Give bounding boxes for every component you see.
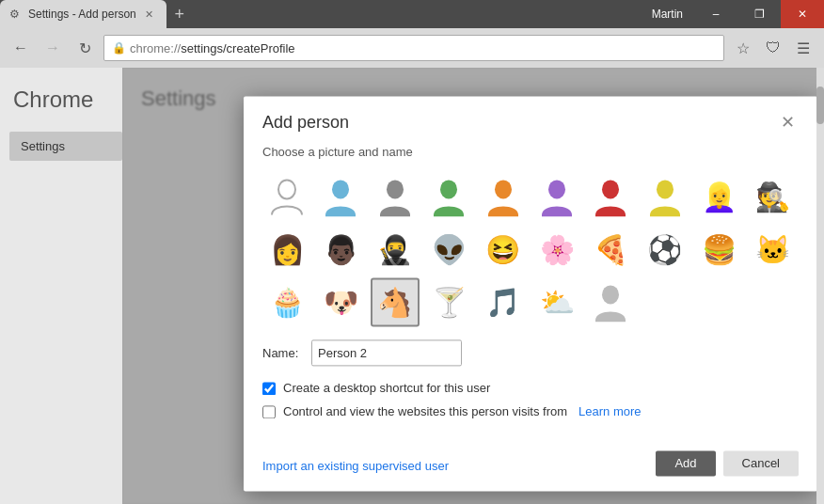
avatar-item-14[interactable]: 😆 [479, 225, 528, 274]
avatar-item-13[interactable]: 👽 [424, 225, 473, 274]
scrollbar[interactable] [816, 68, 824, 504]
avatar-item-15[interactable]: 🌸 [532, 225, 581, 274]
dialog-header: Add person ✕ [244, 96, 817, 145]
avatar-item-0[interactable] [262, 172, 311, 221]
avatar-item-1[interactable] [316, 172, 365, 221]
avatar-item-24[interactable]: 🎵 [479, 277, 528, 326]
avatar-item-16[interactable]: 🍕 [586, 225, 635, 274]
desktop-shortcut-checkbox[interactable] [262, 382, 276, 395]
svg-point-6 [602, 180, 619, 198]
avatar-item-19[interactable]: 🐱 [749, 225, 798, 274]
avatar-grid: 👱‍♀️ 🕵️ 👩 👨🏿 🥷 👽 😆 🌸 🍕 ⚽ 🍔 🐱 🧁 🐶 [262, 172, 799, 326]
sidebar-logo: Chrome [9, 87, 122, 113]
avatar-item-22[interactable]: 🐴 [371, 277, 420, 326]
dialog-subtitle: Choose a picture and name [262, 145, 799, 159]
add-person-dialog: Add person ✕ Choose a picture and name [244, 96, 817, 491]
tab-favicon-icon: ⚙ [9, 8, 23, 21]
minimize-button[interactable]: – [694, 0, 737, 28]
title-bar-left: ⚙ Settings - Add person ✕ + [0, 0, 193, 28]
dialog-footer: Import an existing supervised user Add C… [244, 443, 817, 491]
forward-button[interactable]: → [40, 35, 66, 61]
close-button[interactable]: ✕ [781, 0, 824, 28]
svg-point-5 [548, 180, 565, 198]
learn-more-link[interactable]: Learn more [578, 404, 641, 418]
sidebar: Chrome Settings [0, 68, 122, 504]
new-tab-button[interactable]: + [166, 1, 193, 27]
supervised-user-label: Control and view the websites this perso… [283, 404, 567, 418]
checkbox1-row: Create a desktop shortcut for this user [262, 381, 799, 395]
dialog-close-button[interactable]: ✕ [776, 111, 799, 134]
address-actions: ☆ 🛡 ☰ [730, 35, 816, 61]
page-area: Settings Add person ✕ Choose a picture a… [122, 68, 824, 504]
avatar-item-5[interactable] [532, 172, 581, 221]
svg-point-1 [332, 180, 349, 198]
avatar-item-9[interactable]: 🕵️ [749, 172, 798, 221]
avatar-item-8[interactable]: 👱‍♀️ [694, 172, 743, 221]
import-supervised-link[interactable]: Import an existing supervised user [262, 459, 449, 473]
name-row: Name: [262, 339, 799, 366]
scroll-thumb[interactable] [816, 87, 824, 124]
avatar-item-18[interactable]: 🍔 [694, 225, 743, 274]
footer-right: Add Cancel [656, 450, 799, 476]
svg-point-3 [440, 180, 457, 198]
extensions-button[interactable]: 🛡 [760, 35, 786, 61]
title-bar-right: Martin – ❐ ✕ [641, 0, 824, 28]
user-name-label: Martin [641, 8, 694, 21]
svg-point-4 [495, 180, 512, 198]
dialog-body: Choose a picture and name [244, 145, 817, 443]
active-tab[interactable]: ⚙ Settings - Add person ✕ [0, 0, 166, 28]
avatar-item-10[interactable]: 👩 [262, 225, 311, 274]
title-bar: ⚙ Settings - Add person ✕ + Martin – ❐ ✕ [0, 0, 824, 28]
svg-point-2 [387, 180, 404, 198]
tab-close-button[interactable]: ✕ [142, 7, 157, 22]
back-button[interactable]: ← [8, 35, 34, 61]
avatar-item-20[interactable]: 🧁 [262, 277, 311, 326]
bookmark-button[interactable]: ☆ [730, 35, 756, 61]
svg-point-8 [602, 285, 619, 304]
restore-button[interactable]: ❐ [737, 0, 781, 28]
avatar-item-21[interactable]: 🐶 [316, 277, 365, 326]
address-bar: ← → ↻ 🔒 chrome://settings/createProfile … [0, 28, 824, 68]
footer-left: Import an existing supervised user [262, 453, 449, 473]
omnibox[interactable]: 🔒 chrome://settings/createProfile [103, 35, 724, 61]
avatar-item-3[interactable] [424, 172, 473, 221]
avatar-item-12[interactable]: 🥷 [371, 225, 420, 274]
avatar-item-7[interactable] [641, 172, 689, 221]
svg-point-7 [657, 180, 673, 198]
menu-button[interactable]: ☰ [790, 35, 816, 61]
dialog-title: Add person [262, 113, 349, 133]
omnibox-lock-icon: 🔒 [112, 41, 126, 55]
sidebar-item-settings[interactable]: Settings [9, 132, 122, 161]
add-button[interactable]: Add [656, 450, 715, 476]
refresh-button[interactable]: ↻ [71, 35, 98, 61]
name-label: Name: [262, 346, 311, 360]
avatar-item-6[interactable] [586, 172, 635, 221]
avatar-item-23[interactable]: 🍸 [424, 277, 473, 326]
supervised-user-checkbox[interactable] [262, 405, 276, 418]
sidebar-item-settings-label: Settings [21, 139, 65, 153]
avatar-item-4[interactable] [479, 172, 528, 221]
avatar-item-11[interactable]: 👨🏿 [316, 225, 365, 274]
main-content: Chrome Settings Settings Add person ✕ Ch… [0, 68, 824, 504]
avatar-item-25[interactable]: ⛅ [532, 277, 581, 326]
avatar-item-2[interactable] [371, 172, 420, 221]
tab-title: Settings - Add person [28, 8, 136, 21]
name-input[interactable] [311, 339, 462, 366]
svg-point-0 [278, 180, 295, 198]
omnibox-url: chrome://settings/createProfile [130, 41, 716, 55]
checkbox2-row: Control and view the websites this perso… [262, 404, 799, 418]
desktop-shortcut-label: Create a desktop shortcut for this user [283, 381, 490, 395]
avatar-item-17[interactable]: ⚽ [641, 225, 689, 274]
cancel-button[interactable]: Cancel [723, 450, 799, 476]
url-path: settings/createProfile [181, 41, 294, 55]
avatar-item-26[interactable] [586, 277, 635, 326]
url-scheme: chrome:// [130, 41, 181, 55]
